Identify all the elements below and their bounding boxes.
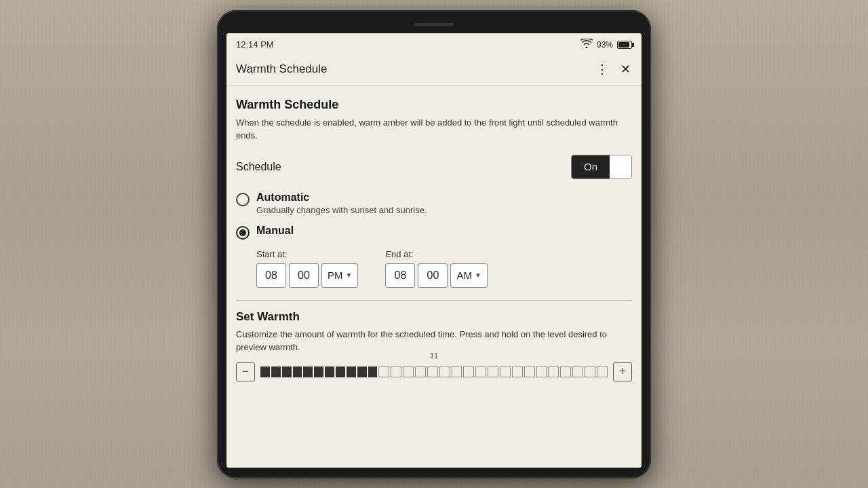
device-top: [226, 18, 642, 31]
start-hour-input[interactable]: 08: [256, 263, 286, 288]
set-warmth-desc: Customize the amount of warmth for the s…: [236, 328, 632, 354]
start-time-group: Start at: 08 00 PM ▼: [256, 249, 358, 288]
set-warmth-title: Set Warmth: [236, 310, 632, 324]
battery-percent: 93%: [597, 40, 613, 50]
status-right: 93%: [580, 39, 632, 51]
nav-bar: Warmth Schedule ⋮ ✕: [226, 55, 642, 86]
status-bar: 12:14 PM 93%: [226, 33, 642, 55]
end-ampm-value: AM: [456, 269, 472, 281]
start-time-inputs: 08 00 PM ▼: [256, 263, 358, 288]
end-ampm-select[interactable]: AM ▼: [450, 263, 487, 288]
end-minute-input[interactable]: 00: [418, 263, 448, 288]
section-divider: [236, 300, 632, 301]
screen: 12:14 PM 93%: [226, 33, 642, 468]
end-ampm-chevron-icon: ▼: [475, 271, 481, 279]
end-hour-input[interactable]: 08: [385, 263, 415, 288]
automatic-desc: Gradually changes with sunset and sunris…: [256, 205, 632, 215]
warmth-increase-button[interactable]: +: [613, 362, 632, 381]
manual-label: Manual: [256, 225, 632, 237]
warmth-schedule-desc: When the schedule is enabled, warm amber…: [236, 116, 632, 143]
start-ampm-chevron-icon: ▼: [346, 271, 353, 279]
wifi-icon: [580, 39, 593, 51]
speaker-grill: [414, 23, 454, 26]
content-area: Warmth Schedule When the schedule is ena…: [226, 86, 642, 468]
start-ampm-value: PM: [328, 269, 343, 281]
more-options-button[interactable]: ⋮: [595, 60, 610, 78]
automatic-option[interactable]: Automatic Gradually changes with sunset …: [236, 191, 632, 215]
end-time-group: End at: 08 00 AM ▼: [385, 249, 487, 288]
toggle-on-label[interactable]: On: [572, 155, 610, 179]
warmth-schedule-title: Warmth Schedule: [236, 98, 632, 112]
schedule-toggle[interactable]: On: [571, 155, 632, 179]
nav-icons: ⋮ ✕: [595, 60, 632, 78]
manual-content: Manual: [256, 225, 632, 238]
toggle-off-area[interactable]: [610, 155, 631, 179]
end-at-label: End at:: [385, 249, 487, 259]
start-ampm-select[interactable]: PM ▼: [321, 263, 358, 288]
time-pickers: Start at: 08 00 PM ▼ End at: 08 00: [256, 249, 632, 288]
end-time-inputs: 08 00 AM ▼: [385, 263, 487, 288]
warmth-decrease-button[interactable]: −: [236, 362, 255, 381]
schedule-row: Schedule On: [236, 155, 632, 179]
close-button[interactable]: ✕: [619, 60, 632, 78]
automatic-content: Automatic Gradually changes with sunset …: [256, 191, 632, 215]
start-minute-input[interactable]: 00: [289, 263, 319, 288]
warmth-slider-segments: [260, 367, 608, 377]
manual-option[interactable]: Manual: [236, 225, 632, 240]
device-shell: 12:14 PM 93%: [217, 10, 651, 478]
warmth-slider-indicator: 11: [430, 352, 438, 360]
automatic-label: Automatic: [256, 191, 632, 204]
warmth-slider-row: − 11 +: [236, 362, 632, 381]
automatic-radio-button[interactable]: [236, 193, 250, 206]
manual-radio-button[interactable]: [236, 226, 250, 240]
warmth-slider-track[interactable]: 11: [260, 362, 608, 381]
page-title: Warmth Schedule: [236, 62, 327, 76]
schedule-label: Schedule: [236, 161, 281, 173]
battery-icon: [617, 41, 632, 49]
start-at-label: Start at:: [256, 249, 358, 259]
status-time: 12:14 PM: [236, 39, 274, 50]
